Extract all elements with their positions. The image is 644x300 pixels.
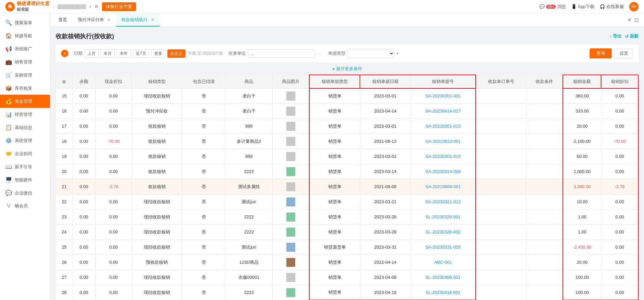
- receipt-condition: [526, 224, 563, 240]
- write-off-bill-no-link[interactable]: SL-20230328-002: [426, 229, 461, 234]
- orange-expand-icon[interactable]: »: [61, 50, 68, 57]
- gear-icon[interactable]: ⚙: [95, 4, 99, 9]
- cash-discount: 0.00: [95, 149, 132, 164]
- bill-type-select[interactable]: [347, 49, 394, 58]
- write-off-bill-no-link[interactable]: SA-20230321-012: [425, 199, 461, 204]
- sidebar-item-quick-nav[interactable]: 🏠 快捷导航: [0, 29, 50, 42]
- write-off-bill-no-link[interactable]: SL-20230328-001: [426, 214, 461, 219]
- expand-more-btn[interactable]: ▾ 展开更多条件: [332, 66, 362, 72]
- row-num: 17: [56, 119, 73, 134]
- th-setting[interactable]: ⚙: [56, 75, 73, 88]
- table-row: 200.000.00收款核销否2222销货单2023-03-14SA-20230…: [56, 164, 639, 179]
- goods: 999: [225, 149, 273, 164]
- tab-writeoff[interactable]: 收款核销执行 ✕: [116, 13, 160, 27]
- write-off-bill-no-link[interactable]: SA-20210808-001: [425, 184, 461, 189]
- sidebar-item-system[interactable]: ⚙️ 系统管理: [0, 134, 50, 147]
- sidebar-label-smart-hw: 智能硬件: [15, 177, 32, 183]
- sidebar-item-enterprise[interactable]: 🤝 企业协同: [0, 147, 50, 160]
- sidebar: 🔍 搜索菜单 🏠 快捷导航 📢 营销推广 💼 销售管理 🛒 采购管理 📦 库存核…: [0, 13, 50, 300]
- app-download[interactable]: 📱 App下载: [571, 4, 594, 10]
- online-service[interactable]: 🎧 在线客服: [600, 4, 624, 10]
- tab-home-label: 首页: [58, 17, 67, 23]
- goods-thumbnail: [286, 258, 296, 267]
- sidebar-item-sales[interactable]: 💼 销售管理: [0, 55, 50, 69]
- filter-actions: 查询 设置: [590, 48, 633, 58]
- write-off-bill-no-link[interactable]: SA-20230414-017: [425, 109, 461, 114]
- write-off-amount: 100.00: [563, 270, 601, 285]
- filter-settings-btn[interactable]: 设置: [614, 48, 633, 58]
- purchase-icon: 🛒: [5, 72, 12, 78]
- goods: 2222: [225, 224, 273, 240]
- date-more-btn[interactable]: 更多: [151, 49, 165, 58]
- write-off-type: 收款核销: [132, 119, 182, 134]
- tab-expand-btn[interactable]: ⊡: [634, 17, 639, 23]
- write-off-type: 收款核销: [132, 179, 182, 194]
- row-num: 16: [56, 103, 73, 119]
- sidebar-item-member[interactable]: V 畅会员: [0, 200, 50, 212]
- query-btn[interactable]: 查询: [590, 48, 612, 58]
- tab-prepay-close-icon[interactable]: ✕: [107, 17, 111, 22]
- industry-btn[interactable]: 体验行业方案: [102, 2, 136, 11]
- sidebar-item-beginner[interactable]: 📖 新手引导: [0, 160, 50, 173]
- write-off-bill-no-link[interactable]: SA-20210813-001: [425, 139, 461, 144]
- breadcrumb-placeholder: ██████████: [57, 4, 86, 9]
- write-off-bill-type: 销货单: [309, 270, 360, 285]
- goods-img-cell: [273, 224, 310, 240]
- refresh-btn[interactable]: ↺ 刷新: [625, 33, 639, 39]
- receipt-order-no: [476, 149, 526, 164]
- tab-home[interactable]: 首页: [53, 13, 72, 27]
- write-off-bill-no-link[interactable]: SA-20230301-010: [425, 154, 461, 159]
- sidebar-item-smart-hw[interactable]: 🖥️ 智能硬件: [0, 173, 50, 186]
- sidebar-item-inventory[interactable]: 📦 库存核算: [0, 82, 50, 95]
- source-unit-input[interactable]: [248, 49, 315, 58]
- th-write-off-amount: 核销金额: [563, 75, 601, 88]
- write-off-bill-no-link[interactable]: ABC-001: [434, 260, 452, 265]
- balance: 0.00: [72, 285, 95, 300]
- write-off-bill-no-link[interactable]: SL-20230408-001: [426, 275, 461, 280]
- table-row: 150.000.00现结收款核销否老白干销货单2023-03-01SA-2023…: [56, 88, 639, 103]
- sidebar-item-purchase[interactable]: 🛒 采购管理: [0, 69, 50, 82]
- sidebar-label-purchase: 采购管理: [15, 72, 32, 78]
- write-off-bill-type: 销货单: [309, 164, 360, 179]
- write-off-bill-date: 2023-03-14: [360, 164, 411, 179]
- source-unit-dots[interactable]: ···: [317, 51, 323, 56]
- date-last-month-btn[interactable]: 上月: [85, 49, 99, 58]
- include-settled: 否: [182, 164, 225, 179]
- cash-discount: 0.00: [95, 240, 132, 255]
- write-off-bill-no-link[interactable]: SA-20230314-008: [425, 169, 461, 174]
- export-btn[interactable]: ↑ 导出: [609, 33, 622, 39]
- write-off-bill-no-link[interactable]: SA-20230301-001: [425, 93, 461, 98]
- tab-prepay[interactable]: 预付冲应付单 ✕: [72, 13, 116, 27]
- write-off-bill-date: 2023-04-08: [360, 270, 411, 285]
- date-this-year-btn[interactable]: 本年: [117, 49, 131, 58]
- tab-close-btn[interactable]: ✕: [627, 17, 632, 23]
- date-this-month-btn[interactable]: 本月: [101, 49, 115, 58]
- write-off-bill-no-link[interactable]: SA-20230301-010: [425, 124, 461, 129]
- dropdown-arrow-icon[interactable]: ▾: [89, 4, 91, 9]
- sidebar-item-marketing[interactable]: 📢 营销推广: [0, 42, 50, 55]
- wechat-icon: 💬: [5, 190, 12, 196]
- date-range-text: 不限 至 2023-07-26: [188, 51, 223, 56]
- sidebar-item-search-menu[interactable]: 🔍 搜索菜单: [0, 16, 50, 29]
- write-off-bill-no-link[interactable]: SA-20230331-026: [425, 245, 461, 250]
- sidebar-label-member: 畅会员: [15, 203, 28, 209]
- write-off-discount: 0.00: [601, 194, 638, 209]
- date-custom-btn[interactable]: 自定义: [167, 49, 185, 58]
- tab-writeoff-close-icon[interactable]: ✕: [151, 17, 154, 22]
- sidebar-item-biz[interactable]: 📊 经营管理: [0, 108, 50, 121]
- write-off-bill-no-link[interactable]: SL-20230418-001: [426, 290, 461, 295]
- date-7days-btn[interactable]: 近7天: [133, 49, 149, 58]
- balance: 0.00: [72, 270, 95, 285]
- include-settled: 否: [182, 270, 225, 285]
- message-area[interactable]: 💬 99+ 消息: [539, 4, 566, 10]
- write-off-amount: 20.00: [563, 255, 601, 270]
- sidebar-label-sales: 销售管理: [15, 59, 32, 65]
- write-off-bill-date: 2023-03-28: [360, 224, 411, 240]
- sidebar-item-basic[interactable]: 📋 基础信息: [0, 121, 50, 134]
- write-off-amount: 360.00: [563, 88, 601, 103]
- goods-thumbnail: [286, 197, 296, 207]
- write-off-bill-type: 销货单: [309, 149, 360, 164]
- sidebar-item-finance[interactable]: 💰 资金管理: [0, 95, 50, 108]
- sidebar-item-wechat[interactable]: 💬 企业微信: [0, 186, 50, 200]
- user-avatar[interactable]: Rit: [629, 2, 639, 11]
